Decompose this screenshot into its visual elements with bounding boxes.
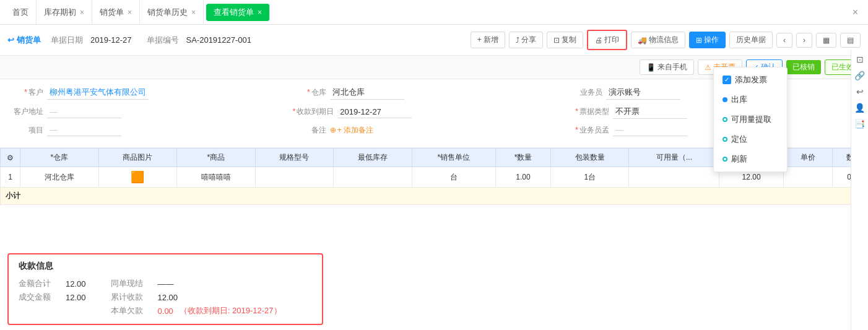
due-date-field: 收款到期日 2019-12-27 — [293, 106, 576, 118]
dropdown-add-invoice[interactable]: ✓ 添加发票 — [714, 70, 787, 90]
from-phone-button[interactable]: 📱 来自手机 — [640, 59, 694, 75]
sidebar-icon-1[interactable]: ⊡ — [853, 52, 867, 67]
doc-type-icon: ↩ — [7, 35, 14, 45]
row-unit: 台 — [412, 167, 496, 188]
share-button[interactable]: ⤴ 分享 — [509, 32, 543, 48]
col-price: 单价 — [783, 149, 833, 167]
global-close-button[interactable]: × — [848, 7, 863, 18]
cumulative-row: 累计收款 12.00 — [111, 290, 282, 304]
summary-left: 金额合计 12.00 成交金额 12.00 — [19, 277, 86, 318]
tab-view-sales-order[interactable]: 查看销货单 × — [206, 4, 270, 21]
new-button[interactable]: + 新增 — [471, 32, 505, 48]
warehouse-field: 仓库 河北仓库 — [293, 85, 576, 100]
project-field: 项目 — — [10, 124, 293, 136]
row-product: 嘻嘻嘻嘻 — [177, 167, 256, 188]
col-product: *商品 — [177, 149, 256, 167]
row-qty: 1.00 — [496, 167, 551, 188]
row-min-stock — [334, 167, 412, 188]
payment-info-box: 收款信息 金额合计 12.00 成交金额 12.00 — [7, 253, 323, 325]
sidebar-icon-2[interactable]: 🔗 — [853, 68, 867, 83]
row-warehouse: 河北仓库 — [20, 167, 99, 188]
col-available: 可用量（... — [629, 149, 719, 167]
truck-icon: 🚚 — [638, 36, 647, 45]
checkbox-add-invoice: ✓ — [723, 76, 731, 84]
right-sidebar: ⊡ 🔗 ↩ 👤 📑 ⤡ — [851, 50, 868, 330]
amount-total-row: 金额合计 12.00 — [19, 277, 86, 290]
row-spec — [255, 167, 334, 188]
radio-locate — [723, 137, 727, 142]
dropdown-available-qty[interactable]: 可用量提取 — [714, 110, 787, 129]
grid-view1-button[interactable]: ▦ — [816, 33, 836, 48]
warning-icon: ⚠ — [705, 63, 711, 72]
grid-view2-button[interactable]: ▤ — [840, 33, 861, 48]
prev-button[interactable]: ‹ — [776, 33, 792, 48]
note-field: 备注 ⊕ + 添加备注 — [293, 125, 576, 136]
payment-title: 收款信息 — [19, 261, 312, 272]
row-image: 🟧 — [98, 167, 177, 188]
dropdown-locate[interactable]: 定位 — [714, 129, 787, 149]
document-header: ↩ 销货单 单据日期 2019-12-27 单据编号 SA-20191227-0… — [0, 25, 868, 56]
col-min-stock: 最低库存 — [334, 149, 412, 167]
print-icon: 🖨 — [595, 36, 602, 45]
close-tab-sales-history[interactable]: × — [191, 8, 196, 17]
close-tab-inventory-init[interactable]: × — [80, 8, 84, 17]
col-unit: *销售单位 — [412, 149, 496, 167]
tab-bar: 首页 库存期初 × 销货单 × 销货单历史 × 查看销货单 × × — [0, 0, 868, 25]
dropdown-outbound[interactable]: 出库 — [714, 90, 787, 110]
col-pkg-qty: 包装数量 — [550, 149, 629, 167]
row-available — [629, 167, 719, 188]
row-index: 1 — [1, 167, 20, 188]
close-tab-sales-order[interactable]: × — [128, 8, 132, 17]
tab-sales-history[interactable]: 销货单历史 × — [140, 0, 204, 25]
plus-icon: ⊕ — [330, 126, 336, 134]
col-qty: *数量 — [496, 149, 551, 167]
operate-dropdown: ✓ 添加发票 出库 可用量提取 定位 刷新 — [713, 67, 788, 172]
print-highlight-box: 🖨 打印 — [587, 30, 627, 50]
history-button[interactable]: 历史单据 — [729, 32, 773, 48]
deal-amount-row: 成交金额 12.00 — [19, 290, 86, 304]
sidebar-icon-5[interactable]: 📑 — [853, 116, 867, 131]
col-image: 商品图片 — [98, 149, 177, 167]
phone-icon: 📱 — [646, 63, 656, 72]
share-icon: ⤴ — [516, 36, 519, 45]
copy-icon: ⊡ — [553, 36, 560, 45]
tab-sales-order[interactable]: 销货单 × — [92, 0, 140, 25]
current-due-row: 本单欠款 0.00 （收款到期日: 2019-12-27） — [111, 304, 282, 318]
single-settle-row: 同单现结 —— — [111, 277, 282, 290]
summary-right: 同单现结 —— 累计收款 12.00 本单欠款 0.00 （收款到期日: 201… — [111, 277, 282, 318]
row-pkg-qty: 1台 — [550, 167, 629, 188]
radio-outbound — [723, 97, 727, 102]
bottom-panel-area: 收款信息 金额合计 12.00 成交金额 12.00 — [0, 248, 868, 330]
subtotal-label: 小计 — [1, 188, 868, 205]
customer-field: 客户 柳州粤港平安气体有限公司 — [10, 85, 293, 100]
col-warehouse: *仓库 — [20, 149, 99, 167]
add-note-button[interactable]: ⊕ + 添加备注 — [330, 125, 373, 136]
operate-button[interactable]: ⊞ 操作 — [689, 32, 726, 48]
next-button[interactable]: › — [796, 33, 812, 48]
sold-badge: 已核销 — [786, 60, 821, 74]
dropdown-refresh[interactable]: 刷新 — [714, 149, 787, 169]
print-button[interactable]: 🖨 打印 — [589, 32, 625, 48]
tab-inventory-init[interactable]: 库存期初 × — [37, 0, 92, 25]
document-title: ↩ 销货单 — [7, 35, 41, 46]
copy-button[interactable]: ⊡ 复制 — [547, 32, 583, 48]
sidebar-icon-3[interactable]: ↩ — [853, 84, 867, 99]
col-settings[interactable]: ⚙ — [1, 149, 20, 167]
address-field: 客户地址 — — [10, 106, 293, 118]
subtotal-row: 小计 — [1, 188, 868, 205]
tab-home[interactable]: 首页 — [5, 0, 37, 25]
col-spec: 规格型号 — [255, 149, 334, 167]
close-tab-view[interactable]: × — [258, 8, 262, 17]
document-meta: 单据日期 2019-12-27 单据编号 SA-20191227-001 — [51, 35, 471, 46]
radio-available — [723, 117, 727, 122]
summary-content: 金额合计 12.00 成交金额 12.00 同单现结 —— — [19, 277, 312, 318]
radio-refresh — [723, 157, 727, 162]
due-note: （收款到期日: 2019-12-27） — [180, 305, 282, 316]
document-actions: + 新增 ⤴ 分享 ⊡ 复制 🖨 打印 🚚 物流信息 — [471, 30, 861, 50]
row-price — [783, 167, 833, 188]
grid-icon: ⊞ — [696, 36, 702, 45]
logistics-button[interactable]: 🚚 物流信息 — [631, 32, 685, 48]
sidebar-icon-4[interactable]: 👤 — [853, 100, 867, 115]
